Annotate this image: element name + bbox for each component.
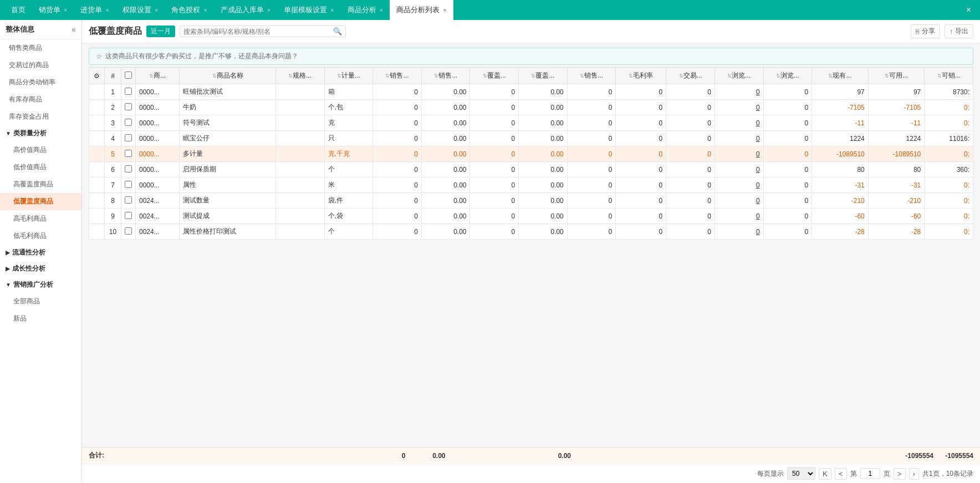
sales-amount-column-header[interactable]: ⇅销售... (421, 68, 470, 84)
nav-template-settings[interactable]: 单据模板设置 × (277, 0, 340, 20)
sidebar-item-category-turnover[interactable]: 商品分类动销率 (0, 74, 81, 91)
close-icon[interactable]: × (64, 7, 67, 13)
row-checkbox[interactable] (121, 224, 136, 240)
page-number-input[interactable] (860, 468, 880, 479)
row-name[interactable]: 测试提成 (180, 209, 276, 224)
row-checkbox[interactable] (121, 84, 136, 100)
row-browse1[interactable]: 0 (714, 162, 763, 177)
gross-rate-column-header[interactable]: ⇅毛利率 (616, 68, 666, 84)
browse2-column-header[interactable]: ⇅浏览... (763, 68, 812, 84)
sidebar-group-growth[interactable]: ▶成长性分析 (0, 261, 81, 277)
nav-permissions[interactable]: 权限设置 × (116, 0, 165, 20)
sidebar-group-cluster-analysis[interactable]: ▼类群量分析 (0, 125, 81, 141)
share-button[interactable]: ⎘ 分享 (911, 24, 940, 38)
sales-qty-column-header[interactable]: ⇅销售... (373, 68, 422, 84)
close-all-button[interactable]: × (962, 5, 976, 15)
close-icon[interactable]: × (105, 7, 109, 13)
name-column-header[interactable]: ⇅商品名称 (180, 68, 276, 84)
sidebar-item-sales-products[interactable]: 销售类商品 (0, 39, 81, 57)
row-name[interactable]: 牛奶 (180, 100, 276, 115)
row-browse1[interactable]: 0 (714, 209, 763, 224)
row-unit: 克 (324, 115, 373, 131)
settings-column-header[interactable]: ⚙ (89, 68, 105, 84)
coverage1-column-header[interactable]: ⇅覆盖... (470, 68, 519, 84)
date-filter-tag[interactable]: 近一月 (146, 26, 175, 37)
close-icon[interactable]: × (267, 7, 270, 13)
row-browse1[interactable]: 0 (714, 193, 763, 209)
last-page-button[interactable]: › (909, 468, 919, 480)
chevron-right-icon: ▶ (6, 250, 10, 256)
row-browse1[interactable]: 0 (714, 115, 763, 131)
close-icon[interactable]: × (330, 7, 334, 13)
sidebar-group-marketing[interactable]: ▼营销推广分析 (0, 277, 81, 293)
sidebar-item-traded-products[interactable]: 交易过的商品 (0, 57, 81, 74)
search-input[interactable] (183, 28, 333, 35)
row-name[interactable]: 属性 (180, 177, 276, 193)
nav-product-analysis[interactable]: 商品分析 × (341, 0, 390, 20)
row-name[interactable]: 启用保质期 (180, 162, 276, 177)
close-icon[interactable]: × (380, 7, 383, 13)
nav-finished-goods[interactable]: 产成品入库单 × (214, 0, 277, 20)
row-name[interactable]: 眠宝公仔 (180, 131, 276, 146)
row-browse1[interactable]: 0 (714, 177, 763, 193)
per-page-select[interactable]: 50 100 200 (787, 467, 815, 480)
sidebar-collapse-button[interactable]: « (72, 25, 76, 34)
sidebar-item-stocked-products[interactable]: 有库存商品 (0, 91, 81, 108)
nav-home[interactable]: 首页 (4, 0, 32, 20)
prev-page-button[interactable]: < (835, 468, 847, 480)
nav-role-auth[interactable]: 角色授权 × (165, 0, 213, 20)
checkbox-column-header[interactable] (121, 68, 136, 84)
nav-product-analysis-list[interactable]: 商品分析列表 × (390, 0, 453, 20)
sales-detail-column-header[interactable]: ⇅销售... (567, 68, 616, 84)
row-browse1[interactable]: 0 (714, 146, 763, 162)
select-all-checkbox[interactable] (125, 72, 132, 79)
row-checkbox[interactable] (121, 193, 136, 209)
search-icon[interactable]: 🔍 (333, 27, 342, 35)
row-browse1[interactable]: 0 (714, 131, 763, 146)
sidebar-item-new-products[interactable]: 新品 (0, 310, 81, 327)
row-browse1[interactable]: 0 (714, 100, 763, 115)
current-column-header[interactable]: ⇅现有... (812, 68, 869, 84)
unit-column-header[interactable]: ⇅计量... (324, 68, 373, 84)
row-checkbox[interactable] (121, 100, 136, 115)
row-name[interactable]: 属性价格打印测试 (180, 224, 276, 240)
row-name[interactable]: 旺铺批次测试 (180, 84, 276, 100)
sidebar-item-all-products[interactable]: 全部商品 (0, 293, 81, 310)
coverage2-column-header[interactable]: ⇅覆盖... (519, 68, 568, 84)
close-icon[interactable]: × (443, 7, 446, 13)
sidebar-item-high-profit[interactable]: 高毛利商品 (0, 210, 81, 227)
next-page-button[interactable]: > (894, 468, 906, 480)
sidebar-item-high-value[interactable]: 高价值商品 (0, 141, 81, 159)
row-checkbox[interactable] (121, 131, 136, 146)
row-browse1[interactable]: 0 (714, 84, 763, 100)
row-checkbox[interactable] (121, 162, 136, 177)
nav-sales-order[interactable]: 销货单 × (32, 0, 74, 20)
sidebar-item-low-coverage[interactable]: 低覆盖度商品 (0, 193, 81, 210)
export-button[interactable]: ↑ 导出 (945, 24, 973, 38)
row-name[interactable]: 符号测试 (180, 115, 276, 131)
nav-purchase-order[interactable]: 进货单 × (74, 0, 115, 20)
code-column-header[interactable]: ⇅商... (136, 68, 180, 84)
spec-column-header[interactable]: ⇅规格... (275, 68, 324, 84)
saleable-column-header[interactable]: ⇅可销... (925, 68, 973, 84)
sidebar-group-circulation[interactable]: ▶流通性分析 (0, 245, 81, 261)
settings-cell (89, 209, 105, 224)
first-page-button[interactable]: K (819, 468, 831, 480)
available-column-header[interactable]: ⇅可用... (868, 68, 925, 84)
row-checkbox[interactable] (121, 115, 136, 131)
data-table-wrapper[interactable]: ⚙ # ⇅商... ⇅商品名称 ⇅规格... ⇅计量... ⇅销售... ⇅销售… (89, 67, 973, 447)
sidebar-item-low-profit[interactable]: 低毛利商品 (0, 227, 81, 245)
sidebar-item-high-coverage[interactable]: 高覆盖度商品 (0, 176, 81, 193)
close-icon[interactable]: × (155, 7, 158, 13)
row-name[interactable]: 多计量 (180, 146, 276, 162)
trade-column-header[interactable]: ⇅交易... (666, 68, 715, 84)
browse1-column-header[interactable]: ⇅浏览... (714, 68, 763, 84)
row-name[interactable]: 测试数量 (180, 193, 276, 209)
close-icon[interactable]: × (203, 7, 207, 13)
row-checkbox[interactable] (121, 146, 136, 162)
sidebar-item-inventory-capital[interactable]: 库存资金占用 (0, 108, 81, 125)
row-checkbox[interactable] (121, 177, 136, 193)
sidebar-item-low-value[interactable]: 低价值商品 (0, 159, 81, 176)
row-checkbox[interactable] (121, 209, 136, 224)
row-browse1[interactable]: 0 (714, 224, 763, 240)
